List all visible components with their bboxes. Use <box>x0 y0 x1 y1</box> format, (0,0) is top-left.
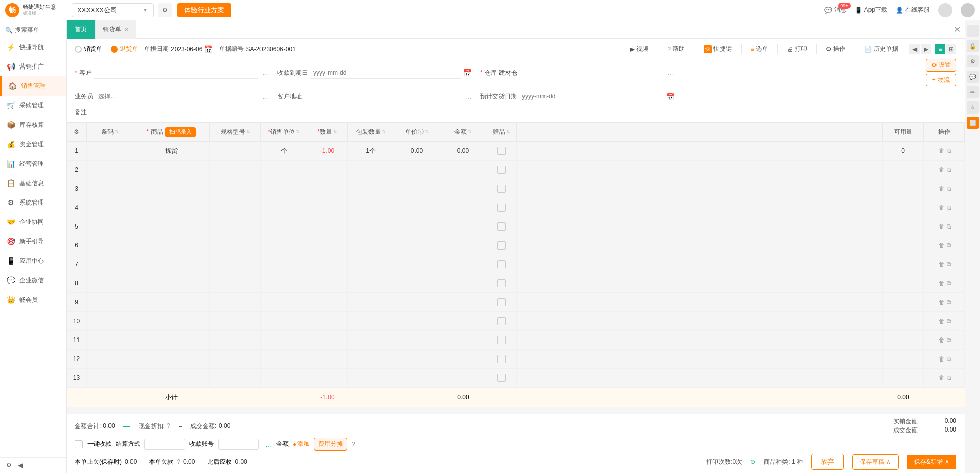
delete-icon[interactable]: 🗑 <box>939 223 945 230</box>
copy-icon[interactable]: ⧉ <box>947 147 951 154</box>
toolbar-print[interactable]: 🖨 打印 <box>784 43 810 55</box>
col-settings[interactable]: ⚙ <box>67 123 87 141</box>
right-btn-2[interactable]: 🔒 <box>967 40 979 52</box>
copy-icon[interactable]: ⧉ <box>947 280 951 287</box>
sidebar-item-wechat[interactable]: 💬 企业微信 <box>0 271 66 290</box>
row-spec[interactable] <box>210 142 261 160</box>
delete-icon[interactable]: 🗑 <box>939 261 945 268</box>
due-help-icon[interactable]: ? <box>177 458 180 465</box>
sidebar-item-purchase[interactable]: 🛒 采购管理 <box>0 96 66 115</box>
sidebar-item-system[interactable]: ⚙ 系统管理 <box>0 193 66 212</box>
row-unit[interactable]: 个 <box>261 142 307 160</box>
copy-icon[interactable]: ⧉ <box>947 242 951 249</box>
toolbar-help[interactable]: ? 帮助 <box>664 43 688 55</box>
close-panel-icon[interactable]: ✕ <box>954 25 961 34</box>
copy-icon[interactable]: ⧉ <box>947 166 951 173</box>
fees-button[interactable]: 费用分摊 <box>314 438 347 451</box>
row-product[interactable]: 拣货 <box>133 142 210 160</box>
copy-icon[interactable]: ⧉ <box>947 299 951 306</box>
copy-icon[interactable]: ⧉ <box>947 223 951 230</box>
row-amount[interactable]: 0.00 <box>440 142 486 160</box>
date-calendar-icon[interactable]: 📅 <box>204 45 213 53</box>
salesperson-dots-icon[interactable]: … <box>262 93 269 101</box>
note-input[interactable] <box>89 106 956 118</box>
copy-icon[interactable]: ⧉ <box>947 185 951 192</box>
toolbar-video[interactable]: ▶ 视频 <box>627 43 651 55</box>
copy-icon[interactable]: ⧉ <box>947 355 951 363</box>
delete-icon[interactable]: 🗑 <box>939 204 945 211</box>
due-date-calendar-icon[interactable]: 📅 <box>463 69 472 77</box>
delete-icon[interactable]: 🗑 <box>939 299 945 306</box>
save-draft-button[interactable]: 保存草稿 ∧ <box>852 454 899 470</box>
right-btn-3[interactable]: ⚙ <box>967 55 979 67</box>
row-price[interactable]: 0.00 <box>394 142 440 160</box>
company-selector[interactable]: XXXXXX公司 ▼ <box>72 3 154 17</box>
row-gift[interactable] <box>486 142 517 160</box>
delete-icon[interactable]: 🗑 <box>939 280 945 287</box>
warehouse-dots-icon[interactable]: … <box>667 69 674 77</box>
account-dots-icon[interactable]: … <box>265 440 272 448</box>
list-view-btn[interactable]: ≡ <box>935 44 945 54</box>
add-button[interactable]: ● 添加 <box>293 440 310 448</box>
abandon-button[interactable]: 放弃 <box>811 454 844 470</box>
copy-icon[interactable]: ⧉ <box>947 336 951 344</box>
avatar[interactable] <box>938 3 952 17</box>
online-service-action[interactable]: 👤 在线客服 <box>896 6 930 14</box>
customer-input[interactable] <box>94 67 258 79</box>
address-dots-icon[interactable]: … <box>465 93 472 101</box>
sidebar-search[interactable]: 🔍 搜索菜单 <box>0 22 66 37</box>
next-arrow[interactable]: ▶ <box>921 44 931 54</box>
expected-date-input[interactable] <box>519 91 664 102</box>
toolbar-select[interactable]: ≡ 选单 <box>748 43 771 55</box>
sidebar-collapse-icon[interactable]: ◀ <box>18 462 23 469</box>
toolbar-history[interactable]: 📄 历史单据 <box>861 43 901 55</box>
prev-arrow[interactable]: ◀ <box>909 44 920 54</box>
toolbar-shortcut[interactable]: 快 快捷键 <box>701 43 735 55</box>
copy-icon[interactable]: ⧉ <box>947 374 951 381</box>
row-barcode[interactable] <box>87 142 133 160</box>
sidebar-item-basic-info[interactable]: 📋 基础信息 <box>0 173 66 193</box>
delete-icon[interactable]: 🗑 <box>939 336 945 344</box>
radio-sales[interactable]: 销货单 <box>75 44 102 53</box>
logistics-button[interactable]: + 物流 <box>926 74 956 86</box>
grid-view-btn[interactable]: ⊞ <box>946 44 956 54</box>
settings-icon[interactable]: ⚙ <box>158 3 172 17</box>
right-btn-6[interactable]: ☆ <box>967 101 979 114</box>
right-btn-5[interactable]: ✏ <box>967 86 979 98</box>
copy-icon[interactable]: ⧉ <box>947 261 951 268</box>
message-action[interactable]: 💬 消息 99+ <box>824 6 846 14</box>
copy-icon[interactable]: ⧉ <box>947 318 951 325</box>
discount-help-icon[interactable]: ? <box>167 422 170 430</box>
delete-icon[interactable]: 🗑 <box>939 374 945 381</box>
row-pack-qty[interactable]: 1个 <box>348 142 394 160</box>
settlement-input[interactable] <box>144 439 185 450</box>
app-download-action[interactable]: 📱 App下载 <box>855 6 887 14</box>
salesperson-input[interactable] <box>95 91 258 102</box>
delete-icon[interactable]: 🗑 <box>939 318 945 325</box>
price-help-icon[interactable]: ⓘ <box>418 128 424 137</box>
sidebar-item-app-center[interactable]: 📱 应用中心 <box>0 251 66 271</box>
right-btn-7[interactable]: ⬜ <box>967 117 979 129</box>
scan-button[interactable]: 扫码录入 <box>165 127 196 137</box>
customer-address-input[interactable] <box>304 91 461 102</box>
sidebar-item-member[interactable]: 👑 畅会员 <box>0 290 66 309</box>
sidebar-item-enterprise[interactable]: 🤝 企业协同 <box>0 212 66 232</box>
copy-icon[interactable]: ⧉ <box>947 204 951 211</box>
tab-sales-order[interactable]: 销货单 ✕ <box>95 20 136 39</box>
sidebar-item-inventory[interactable]: 📦 库存核算 <box>0 115 66 134</box>
due-date-input[interactable] <box>310 67 461 79</box>
sidebar-item-finance[interactable]: 💰 资金管理 <box>0 134 66 154</box>
fees-help-icon[interactable]: ? <box>352 441 355 448</box>
customer-dots-icon[interactable]: … <box>262 69 269 77</box>
sidebar-item-quick-nav[interactable]: ⚡ 快捷导航 <box>0 37 66 57</box>
delete-icon[interactable]: 🗑 <box>939 166 945 173</box>
sidebar-item-sales[interactable]: 🏠 销售管理 <box>0 76 66 96</box>
delete-icon[interactable]: 🗑 <box>939 242 945 249</box>
row-quantity[interactable]: -1.00 <box>307 142 348 160</box>
sidebar-settings-icon[interactable]: ⚙ <box>6 462 12 469</box>
trial-button[interactable]: 体验行业方案 <box>177 3 231 17</box>
toolbar-operation[interactable]: ⚙ 操作 <box>823 43 848 55</box>
delete-icon[interactable]: 🗑 <box>939 147 945 154</box>
right-btn-1[interactable]: ≡ <box>967 25 979 37</box>
sidebar-item-guide[interactable]: 🎯 新手引导 <box>0 232 66 251</box>
